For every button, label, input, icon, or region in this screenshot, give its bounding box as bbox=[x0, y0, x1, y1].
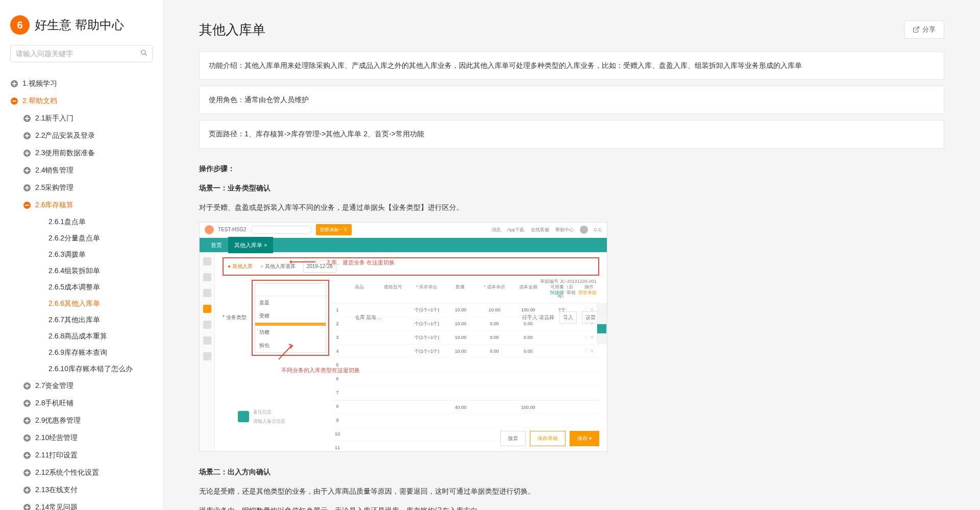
nav-sub-266[interactable]: 2.6.6其他入库单 bbox=[48, 296, 153, 312]
avatar-icon bbox=[580, 226, 588, 234]
search-input[interactable] bbox=[10, 45, 153, 62]
nav-sub-264[interactable]: 2.6.4组装拆卸单 bbox=[48, 263, 153, 279]
nav-sub-267[interactable]: 2.6.7其他出库单 bbox=[48, 312, 153, 328]
sp-try-button: 我要体验一下 bbox=[316, 224, 352, 235]
sp-title: TEST-HSG2 bbox=[218, 225, 247, 235]
arrow-icon bbox=[290, 261, 315, 262]
nav-sub-27[interactable]: 2.7资金管理 bbox=[23, 377, 153, 395]
nav-sub-261[interactable]: 2.6.1盘点单 bbox=[48, 214, 153, 230]
minus-icon bbox=[10, 97, 18, 105]
content-section: 操作步骤： 场景一：业务类型确认 对于受赠、盘盈或是拆装入库等不同的业务，是通过… bbox=[199, 161, 944, 510]
svg-point-0 bbox=[141, 50, 145, 54]
nav-sub-22[interactable]: 2.2产品安装及登录 bbox=[23, 127, 153, 144]
scene2-title: 场景二：出入方向确认 bbox=[199, 465, 944, 479]
nav-item-video[interactable]: 1.视频学习 bbox=[10, 75, 153, 92]
embedded-screenshot: TEST-HSG2 我要体验一下 消息 App下载 在线客服 帮助中心 C.C … bbox=[199, 222, 607, 452]
nav-sub-269[interactable]: 2.6.9库存账本查询 bbox=[48, 345, 153, 361]
sp-draft-button: 保存草稿 bbox=[530, 431, 566, 446]
memo-icon bbox=[238, 411, 249, 422]
info-box-intro: 功能介绍：其他入库单用来处理除采购入库、产成品入库之外的其他入库业务，因此其他入… bbox=[199, 52, 944, 80]
nav-sub-265[interactable]: 2.6.5成本调整单 bbox=[48, 279, 153, 296]
nav-tree: 1.视频学习 2.帮助文档 2.1新手入门 2.2产品安装及登录 2.3使用前数… bbox=[10, 75, 153, 510]
nav-sub-211[interactable]: 2.11打印设置 bbox=[23, 447, 153, 464]
sp-discard-button: 放弃 bbox=[500, 431, 526, 446]
share-icon bbox=[913, 26, 920, 33]
sp-logo-icon bbox=[205, 225, 214, 234]
nav-sub-262[interactable]: 2.6.2分量盘点单 bbox=[48, 230, 153, 247]
info-box-role: 使用角色：通常由仓管人员维护 bbox=[199, 86, 944, 114]
logo-text: 好生意 帮助中心 bbox=[35, 17, 124, 33]
svg-line-1 bbox=[145, 54, 147, 56]
scene2-text1: 无论是受赠，还是其他类型的业务，由于入库商品质量等原因，需要退回，这时可通过单据… bbox=[199, 484, 944, 498]
search-box bbox=[10, 45, 153, 62]
sp-annotation-1: 入库、退货业务 在这里切换 bbox=[326, 257, 395, 268]
nav-sub-28[interactable]: 2.8手机旺铺 bbox=[23, 395, 153, 412]
info-box-path: 页面路径：1、库存核算->库存管理->其他入库单 2、首页->常用功能 bbox=[199, 120, 944, 148]
nav-sub-212[interactable]: 2.12系统个性化设置 bbox=[23, 464, 153, 481]
nav-sub-29[interactable]: 2.9优惠券管理 bbox=[23, 412, 153, 429]
sp-save-button: 保存 ▾ bbox=[570, 431, 599, 446]
steps-label: 操作步骤： bbox=[199, 161, 944, 176]
logo: 6 好生意 帮助中心 bbox=[10, 15, 153, 35]
nav-sub-26[interactable]: 2.6库存核算 bbox=[23, 197, 153, 214]
nav-sub-2610[interactable]: 2.6.10库存账本错了怎么办 bbox=[48, 361, 153, 377]
share-button[interactable]: 分享 bbox=[904, 20, 944, 39]
sp-type-switch: ● 其他入库 ○ 其他入库退库 2019-12-26 入库、退货业务 在这里切换 bbox=[223, 257, 599, 276]
nav-sub-213[interactable]: 2.13在线支付 bbox=[23, 481, 153, 499]
sidebar: 6 好生意 帮助中心 1.视频学习 2.帮助文档 2.1新手入门 2.2产品安装… bbox=[0, 0, 163, 510]
scene1-text: 对于受赠、盘盈或是拆装入库等不同的业务，是通过单据头【业务类型】进行区分。 bbox=[199, 200, 944, 214]
page-title: 其他入库单 bbox=[199, 21, 265, 39]
sp-annotation-2: 不同业务的入库类型在这里切换 bbox=[281, 365, 360, 376]
search-icon[interactable] bbox=[140, 50, 148, 58]
nav-sub-24[interactable]: 2.4销售管理 bbox=[23, 162, 153, 179]
nav-sub-214[interactable]: 2.14常见问题 bbox=[23, 499, 153, 510]
logo-icon: 6 bbox=[10, 15, 30, 35]
nav-sub-23[interactable]: 2.3使用前数据准备 bbox=[23, 144, 153, 162]
nav-sub-21[interactable]: 2.1新手入门 bbox=[23, 110, 153, 127]
sp-tab-active: 其他入库单 × bbox=[228, 237, 273, 253]
main-content: 其他入库单 分享 功能介绍：其他入库单用来处理除采购入库、产成品入库之外的其他入… bbox=[163, 0, 980, 510]
scene1-title: 场景一：业务类型确认 bbox=[199, 181, 944, 195]
arrow-icon bbox=[276, 342, 297, 362]
sp-tab-home: 首页 bbox=[205, 237, 228, 253]
nav-sub-263[interactable]: 2.6.3调拨单 bbox=[48, 247, 153, 263]
scene2-text2: 退库业务中，明细数量均以负值红色展示。无论是入库还是退库，库存账均记在入库方向。 bbox=[199, 503, 944, 510]
nav-sub-25[interactable]: 2.5采购管理 bbox=[23, 179, 153, 197]
sp-search bbox=[251, 226, 312, 234]
plus-icon bbox=[10, 80, 18, 88]
nav-item-docs[interactable]: 2.帮助文档 bbox=[10, 92, 153, 110]
nav-sub-210[interactable]: 2.10经营管理 bbox=[23, 429, 153, 447]
nav-sub-268[interactable]: 2.6.8商品成本重算 bbox=[48, 328, 153, 345]
